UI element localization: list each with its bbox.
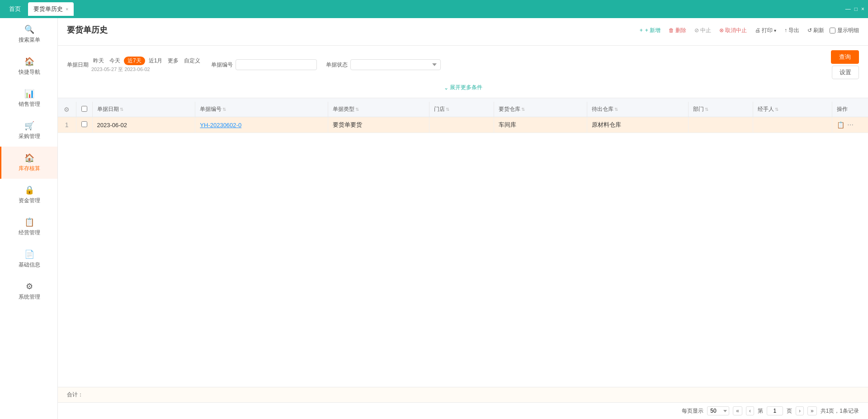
last-page-btn[interactable]: » — [807, 406, 817, 415]
row-more-icon[interactable]: ⋯ — [847, 121, 854, 129]
sidebar-item-basic[interactable]: 📄 基础信息 — [0, 243, 57, 275]
first-page-btn[interactable]: « — [733, 406, 742, 415]
export-button[interactable]: ↑ 导出 — [782, 25, 802, 36]
filter-date: 单据日期 昨天 今天 近7天 近1月 更多 自定义 2023-05-27 至 2… — [67, 57, 202, 73]
date-filter-label: 单据日期 — [67, 61, 89, 69]
total-info: 共1页，1条记录 — [821, 407, 859, 415]
window-maximize-btn[interactable]: □ — [854, 6, 858, 12]
row-edit-icon[interactable]: 📋 — [837, 121, 844, 129]
table-row[interactable]: 1 2023-06-02 YH-20230602-0 要货单要货 车间库 原材料… — [58, 117, 868, 133]
tab-order-history[interactable]: 要货单历史 × — [28, 2, 74, 16]
date-7days-btn[interactable]: 近7天 — [124, 57, 145, 65]
row-index: 1 — [58, 117, 76, 133]
export-label: 导出 — [788, 27, 799, 34]
th-settings[interactable]: ⚙ — [58, 102, 76, 117]
sidebar-item-purchase[interactable]: 🛒 采购管理 — [0, 114, 57, 147]
row-num-link[interactable]: YH-20230602-0 — [200, 122, 241, 129]
dept-sort-icon[interactable]: ⇅ — [705, 107, 708, 112]
export-icon: ↑ — [784, 27, 787, 33]
order-num-input[interactable] — [236, 59, 317, 70]
display-checkbox[interactable] — [830, 28, 835, 33]
sidebar-item-sales-label: 销售管理 — [19, 100, 40, 108]
sidebar-item-finance-label: 资金管理 — [19, 197, 40, 205]
close-icon[interactable]: × — [66, 6, 68, 12]
sidebar-item-sales[interactable]: 📊 销售管理 — [0, 82, 57, 114]
per-page-select[interactable]: 20 50 100 200 — [707, 406, 729, 415]
delete-button[interactable]: 🗑 删除 — [666, 25, 689, 36]
sidebar-item-operation-label: 经营管理 — [19, 229, 40, 237]
select-all-checkbox[interactable] — [81, 106, 87, 112]
date-range-filter: 昨天 今天 近7天 近1月 更多 自定义 2023-05-27 至 2023-0… — [91, 57, 202, 73]
operation-icon: 📋 — [24, 217, 34, 227]
print-button[interactable]: 🖨 打印 ▾ — [752, 25, 779, 36]
footer-summary: 合计： — [58, 387, 868, 402]
layout: 🔍 搜索菜单 🏠 快捷导航 📊 销售管理 🛒 采购管理 🏠 库存核算 🔒 资金管… — [0, 18, 868, 419]
sales-icon: 📊 — [24, 89, 34, 99]
window-minimize-btn[interactable]: — — [845, 6, 851, 12]
sidebar: 🔍 搜索菜单 🏠 快捷导航 📊 销售管理 🛒 采购管理 🏠 库存核算 🔒 资金管… — [0, 18, 58, 419]
sidebar-item-search[interactable]: 🔍 搜索菜单 — [0, 18, 57, 50]
sidebar-item-finance[interactable]: 🔒 资金管理 — [0, 179, 57, 211]
add-icon: + — [640, 27, 643, 33]
stop-label: 中止 — [700, 27, 711, 34]
sidebar-item-system[interactable]: ⚙ 系统管理 — [0, 275, 57, 307]
sidebar-item-inventory[interactable]: 🏠 库存核算 — [0, 147, 57, 179]
th-num: 单据编号 ⇅ — [195, 102, 328, 117]
add-button[interactable]: + + 新增 — [637, 25, 663, 36]
th-date: 单据日期 ⇅ — [92, 102, 195, 117]
refresh-button[interactable]: ↺ 刷新 — [805, 25, 827, 36]
summary-label: 合计： — [67, 391, 83, 399]
page-label: 第 — [758, 407, 763, 415]
settings-button[interactable]: 设置 — [832, 66, 859, 79]
search-icon: 🔍 — [24, 24, 34, 34]
th-checkbox — [76, 102, 92, 117]
stop-button[interactable]: ⊘ 中止 — [692, 25, 714, 36]
pending-warehouse-sort-icon[interactable]: ⇅ — [614, 107, 618, 112]
display-toggle[interactable]: 显示明细 — [830, 27, 859, 34]
cancel-stop-label: 取消中止 — [725, 27, 747, 34]
refresh-icon: ↺ — [807, 27, 812, 33]
basic-icon: 📄 — [24, 249, 34, 259]
expand-filter-btn[interactable]: ⌄ 展开更多条件 — [440, 82, 486, 93]
store-sort-icon[interactable]: ⇅ — [446, 107, 449, 112]
main-content: 要货单历史 + + 新增 🗑 删除 ⊘ 中止 ⊗ — [58, 18, 868, 419]
page-label-end: 页 — [787, 407, 792, 415]
page-number-input[interactable] — [767, 406, 783, 415]
display-label: 显示明细 — [837, 27, 859, 34]
row-checkbox[interactable] — [81, 121, 87, 127]
handler-sort-icon[interactable]: ⇅ — [775, 107, 778, 112]
date-more-btn[interactable]: 更多 — [166, 57, 180, 65]
sidebar-item-inventory-label: 库存核算 — [19, 165, 40, 172]
print-label: 打印 — [762, 27, 773, 34]
date-range-text: 2023-05-27 至 2023-06-02 — [91, 66, 202, 73]
num-sort-icon[interactable]: ⇅ — [222, 107, 226, 112]
date-yesterday-btn[interactable]: 昨天 — [91, 57, 106, 65]
type-sort-icon[interactable]: ⇅ — [355, 107, 359, 112]
tab-home[interactable]: 首页 — [4, 2, 26, 16]
page-title: 要货单历史 — [67, 24, 108, 35]
order-num-label: 单据编号 — [211, 61, 233, 69]
next-page-btn[interactable]: › — [796, 406, 804, 415]
window-close-btn[interactable]: × — [861, 6, 864, 12]
date-sort-icon[interactable]: ⇅ — [120, 107, 123, 112]
date-today-btn[interactable]: 今天 — [108, 57, 122, 65]
sidebar-item-nav[interactable]: 🏠 快捷导航 — [0, 50, 57, 82]
filter-row-main: 单据日期 昨天 今天 近7天 近1月 更多 自定义 2023-05-27 至 2… — [67, 50, 859, 79]
sidebar-item-operation[interactable]: 📋 经营管理 — [0, 211, 57, 243]
date-custom-btn[interactable]: 自定义 — [182, 57, 202, 65]
status-select[interactable] — [350, 59, 441, 70]
th-req-warehouse: 要货仓库 ⇅ — [494, 102, 587, 117]
delete-icon: 🗑 — [669, 27, 674, 33]
date-1month-btn[interactable]: 近1月 — [147, 57, 165, 65]
prev-page-btn[interactable]: ‹ — [746, 406, 754, 415]
delete-label: 删除 — [675, 27, 686, 34]
page-header: 要货单历史 + + 新增 🗑 删除 ⊘ 中止 ⊗ — [58, 18, 868, 46]
expand-btn-label: 展开更多条件 — [450, 84, 482, 91]
query-button[interactable]: 查询 — [831, 50, 859, 64]
th-type: 单据类型 ⇅ — [328, 102, 429, 117]
cancel-stop-button[interactable]: ⊗ 取消中止 — [717, 25, 750, 36]
req-warehouse-sort-icon[interactable]: ⇅ — [521, 107, 525, 112]
table-body: 1 2023-06-02 YH-20230602-0 要货单要货 车间库 原材料… — [58, 117, 868, 133]
inventory-icon: 🏠 — [24, 153, 34, 163]
sidebar-item-nav-label: 快捷导航 — [19, 68, 40, 76]
